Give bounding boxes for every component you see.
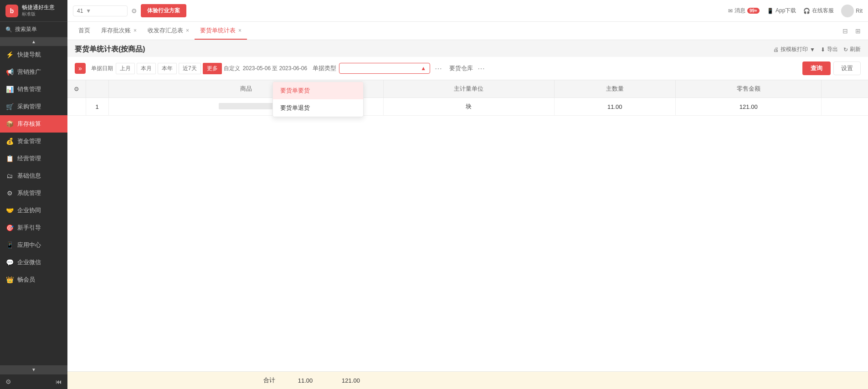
date-last-month-btn[interactable]: 上月 bbox=[116, 63, 135, 74]
sidebar: b 畅捷通好生意 标准版 🔍 搜索菜单 ▲ ⚡快捷导航📢营销推广📊销售管理🛒采购… bbox=[0, 0, 67, 389]
headset-icon: 🎧 bbox=[803, 8, 810, 14]
export-btn[interactable]: ⬇ 导出 bbox=[821, 46, 838, 53]
user-item[interactable]: Rit bbox=[841, 5, 863, 17]
warehouse-more-icon[interactable]: ⋯ bbox=[476, 64, 487, 73]
tab-inventory-batch[interactable]: 库存批次账 × bbox=[96, 22, 142, 40]
col-num-header bbox=[86, 80, 108, 98]
sidebar-label-finance: 资金管理 bbox=[17, 137, 41, 145]
print-template-label: 按模板打印 bbox=[781, 46, 808, 53]
sidebar-nav: ⚡快捷导航📢营销推广📊销售管理🛒采购管理📦库存核算💰资金管理📋经营管理🗂基础信息… bbox=[0, 46, 67, 365]
row-extra-cell bbox=[822, 98, 868, 116]
sidebar-item-app-center[interactable]: 📱应用中心 bbox=[0, 236, 67, 254]
sidebar-item-guide[interactable]: 🎯新手引导 bbox=[0, 219, 67, 236]
filter-expand-button[interactable]: » bbox=[75, 63, 86, 74]
tab-order-stats[interactable]: 要货单统计表 × bbox=[195, 22, 247, 40]
export-icon: ⬇ bbox=[821, 46, 825, 53]
header-left: 41 ▼ ⚙ 体验行业方案 bbox=[73, 4, 186, 17]
sidebar-label-app-center: 应用中心 bbox=[17, 241, 41, 249]
date-more-btn[interactable]: 更多 bbox=[203, 63, 222, 74]
sidebar-item-wechat[interactable]: 💬企业微信 bbox=[0, 254, 67, 271]
print-template-btn[interactable]: 🖨 按模板打印 ▼ bbox=[773, 46, 815, 53]
sidebar-icon-member: 👑 bbox=[5, 276, 14, 283]
messages-label: 消息 bbox=[734, 7, 745, 15]
date-7days-btn[interactable]: 近7天 bbox=[179, 63, 201, 74]
store-selector[interactable]: 41 ▼ bbox=[73, 5, 128, 16]
tab-order-stats-close[interactable]: × bbox=[238, 27, 241, 34]
tab-shipment-summary-close[interactable]: × bbox=[186, 27, 189, 34]
sidebar-scroll-down[interactable]: ▼ bbox=[0, 365, 67, 374]
refresh-label: 刷新 bbox=[850, 46, 861, 53]
settings-icon[interactable]: ⚙ bbox=[5, 378, 11, 385]
sidebar-bottom: ⚙ ⏮ bbox=[0, 374, 67, 389]
date-custom-label[interactable]: 自定义 bbox=[224, 65, 240, 72]
query-button[interactable]: 查询 bbox=[802, 61, 831, 75]
sidebar-item-quick-nav[interactable]: ⚡快捷导航 bbox=[0, 46, 67, 63]
tab-home-label: 首页 bbox=[78, 26, 90, 35]
export-label: 导出 bbox=[827, 46, 838, 53]
sidebar-item-finance[interactable]: 💰资金管理 bbox=[0, 133, 67, 150]
tab-home[interactable]: 首页 bbox=[73, 22, 96, 40]
page-title: 要货单统计表(按商品) bbox=[75, 45, 145, 54]
tab-minimize-icon[interactable]: ⊟ bbox=[841, 26, 850, 36]
sidebar-item-marketing[interactable]: 📢营销推广 bbox=[0, 63, 67, 81]
sidebar-item-sales[interactable]: 📊销售管理 bbox=[0, 81, 67, 98]
date-this-month-btn[interactable]: 本月 bbox=[137, 63, 156, 74]
warehouse-filter-label: 要货仓库 bbox=[449, 64, 473, 72]
row-quantity-cell: 11.00 bbox=[554, 98, 675, 116]
sidebar-item-inventory[interactable]: 📦库存核算 bbox=[0, 115, 67, 133]
type-input[interactable] bbox=[343, 65, 421, 72]
sidebar-icon-system: ⚙ bbox=[5, 189, 14, 197]
messages-item[interactable]: ✉ 消息 99+ bbox=[728, 7, 760, 15]
tab-shipment-summary[interactable]: 收发存汇总表 × bbox=[142, 22, 195, 40]
refresh-icon: ↻ bbox=[843, 46, 848, 53]
col-extra-header bbox=[822, 80, 868, 98]
dropdown-option-return[interactable]: 要货单退货 bbox=[273, 99, 363, 117]
settings-button[interactable]: 设置 bbox=[833, 61, 861, 75]
sidebar-label-guide: 新手引导 bbox=[17, 224, 41, 232]
page-header: 要货单统计表(按商品) 🖨 按模板打印 ▼ ⬇ 导出 ↻ 刷新 bbox=[67, 40, 868, 57]
type-dropdown[interactable]: ▲ bbox=[339, 63, 430, 74]
search-menu-label: 搜索菜单 bbox=[15, 26, 37, 33]
dropdown-option-request[interactable]: 要货单要货 bbox=[273, 82, 363, 99]
type-more-icon[interactable]: ⋯ bbox=[433, 64, 444, 73]
warehouse-filter-group: 要货仓库 ⋯ bbox=[449, 64, 487, 73]
header-gear-icon[interactable]: ⚙ bbox=[131, 7, 137, 15]
col-quantity-header: 主数量 bbox=[554, 80, 675, 98]
collapse-icon[interactable]: ⏮ bbox=[56, 378, 62, 385]
sidebar-icon-quick-nav: ⚡ bbox=[5, 51, 14, 58]
type-dropdown-arrow[interactable]: ▲ bbox=[421, 65, 426, 72]
sidebar-icon-purchase: 🛒 bbox=[5, 103, 14, 110]
sidebar-item-system[interactable]: ⚙系统管理 bbox=[0, 184, 67, 202]
row-num-cell: 1 bbox=[86, 98, 108, 116]
app-download-label: App下载 bbox=[776, 7, 796, 15]
sidebar-item-operations[interactable]: 📋经营管理 bbox=[0, 150, 67, 167]
date-this-year-btn[interactable]: 本年 bbox=[158, 63, 177, 74]
sidebar-label-system: 系统管理 bbox=[17, 189, 41, 197]
search-icon: 🔍 bbox=[5, 26, 12, 33]
filter-bar: » 单据日期 上月 本月 本年 近7天 更多 自定义 2023-05-06 至 … bbox=[67, 57, 868, 80]
trial-button[interactable]: 体验行业方案 bbox=[141, 4, 186, 17]
tab-inventory-batch-close[interactable]: × bbox=[134, 27, 137, 34]
table-row: 1 块 11.00 121.00 bbox=[67, 98, 868, 116]
sidebar-scroll-up[interactable]: ▲ bbox=[0, 37, 67, 46]
type-dropdown-popup: 要货单要货 要货单退货 bbox=[272, 82, 364, 117]
sidebar-icon-cooperation: 🤝 bbox=[5, 207, 14, 214]
sidebar-label-purchase: 采购管理 bbox=[17, 102, 41, 111]
app-download-item[interactable]: 📱 App下载 bbox=[767, 7, 796, 15]
refresh-btn[interactable]: ↻ 刷新 bbox=[843, 46, 861, 53]
sidebar-item-basic-info[interactable]: 🗂基础信息 bbox=[0, 167, 67, 184]
date-range-display: 2023-05-06 至 2023-06-06 bbox=[243, 65, 307, 72]
sidebar-item-cooperation[interactable]: 🤝企业协同 bbox=[0, 202, 67, 219]
sidebar-item-member[interactable]: 👑畅会员 bbox=[0, 271, 67, 288]
search-menu[interactable]: 🔍 搜索菜单 bbox=[0, 22, 67, 37]
online-service-item[interactable]: 🎧 在线客服 bbox=[803, 7, 834, 15]
print-dropdown-icon: ▼ bbox=[810, 46, 815, 53]
tab-expand-icon[interactable]: ⊞ bbox=[853, 26, 863, 36]
sidebar-label-basic-info: 基础信息 bbox=[17, 172, 41, 180]
col-settings-header[interactable]: ⚙ bbox=[67, 80, 86, 98]
header-right: ✉ 消息 99+ 📱 App下载 🎧 在线客服 Rit bbox=[728, 5, 863, 17]
sidebar-item-purchase[interactable]: 🛒采购管理 bbox=[0, 98, 67, 115]
print-icon: 🖨 bbox=[773, 46, 779, 53]
type-filter-group: 单据类型 ▲ ⋯ bbox=[313, 63, 444, 74]
col-unit-header: 主计量单位 bbox=[384, 80, 555, 98]
